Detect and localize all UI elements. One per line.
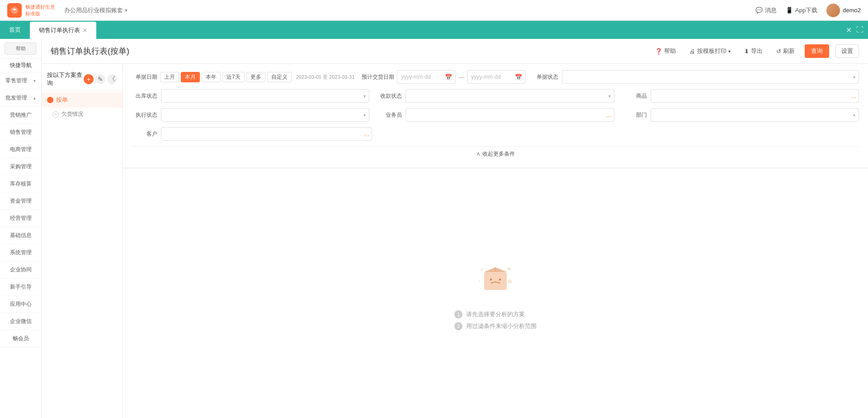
left-panel-header: 按以下方案查询 + ✎ 《 [42, 68, 123, 90]
customer-input[interactable] [161, 127, 372, 141]
plan-item-order[interactable]: 按单 [42, 92, 123, 108]
sidebar-item-operations[interactable]: 经营管理 [0, 210, 41, 227]
receipt-status-select[interactable] [406, 89, 614, 103]
settings-button[interactable]: 设置 [835, 44, 859, 58]
page-header: 销售订单执行表(按单) ❓ 帮助 🖨 按模板打印 ▾ ⬇ 导出 ↺ 刷新 [42, 39, 868, 64]
receipt-status-control: ▾ [406, 89, 614, 103]
right-panel: 单据日期 上月 本月 本年 近7天 更多 自定义 2023-03-01 至 20… [123, 64, 868, 418]
expected-date-start-input[interactable] [397, 70, 456, 84]
sidebar-item-ecommerce[interactable]: 电商管理 [0, 141, 41, 158]
plan-subitem-shortage[interactable]: ○ 欠货情况 [42, 108, 123, 121]
breadcrumb-arrow: ▾ [125, 7, 127, 14]
print-button[interactable]: 🖨 按模板打印 ▾ [686, 45, 734, 57]
export-button[interactable]: ⬇ 导出 [741, 45, 766, 57]
logo-icon [7, 3, 22, 18]
message-icon: 💬 [755, 7, 763, 14]
salesperson-ellipsis-icon[interactable]: ... [606, 111, 612, 119]
sidebar-item-wechat[interactable]: 企业微信 [0, 313, 41, 330]
filter-row-4: 客户 ... [132, 127, 859, 141]
sidebar-quick-nav[interactable]: 快捷导航 [0, 59, 41, 72]
app-download-action[interactable]: 📱 App下载 [786, 6, 817, 14]
left-panel: 按以下方案查询 + ✎ 《 按单 [42, 64, 123, 418]
sidebar-item-marketing[interactable]: 营销推广 [0, 107, 41, 124]
sidebar-item-enterprise[interactable]: 企业协同 [0, 261, 41, 279]
empty-tip-2: 2 用过滤条件来缩小分析范围 [454, 322, 537, 330]
tab-home[interactable]: 首页 [0, 21, 30, 39]
refresh-button[interactable]: ↺ 刷新 [773, 45, 798, 57]
date-btn-7days[interactable]: 近7天 [222, 72, 245, 82]
delivery-status-control: ▾ [161, 89, 369, 103]
add-plan-button[interactable]: + [84, 74, 94, 84]
sidebar-search-area: 帮助 [0, 39, 41, 59]
sidebar-item-system[interactable]: 系统管理 [0, 244, 41, 261]
tab-close-icon[interactable]: ✕ [83, 27, 87, 33]
sidebar-item-member[interactable]: 畅会员 [0, 330, 41, 347]
filter-doc-status: 单据状态 ▾ [533, 70, 859, 84]
nav-tabs: 首页 销售订单执行表 ✕ ✕ ⛶ [0, 21, 868, 39]
svg-point-3 [490, 279, 492, 280]
date-btn-custom[interactable]: 自定义 [267, 72, 292, 82]
salesperson-input[interactable] [406, 108, 614, 122]
sidebar-item-newbie[interactable]: 新手引导 [0, 279, 41, 296]
user-area[interactable]: demo2 [826, 4, 861, 17]
window-close-icon[interactable]: ✕ [846, 26, 852, 34]
search-menu-button[interactable]: 帮助 [5, 43, 37, 55]
chevron-icon-2: ▴ [33, 95, 36, 100]
empty-illustration [473, 256, 518, 301]
sidebar-item-appcenter[interactable]: 应用中心 [0, 296, 41, 313]
expected-date-end-input[interactable] [467, 70, 526, 84]
customer-ellipsis-icon[interactable]: ... [364, 130, 369, 138]
product-ellipsis-icon[interactable]: ... [851, 92, 856, 100]
message-action[interactable]: 💬 消息 [755, 6, 777, 14]
expected-date-start-wrapper: 📅 [397, 70, 456, 84]
filter-product: 商品 ... [622, 89, 859, 103]
svg-point-6 [508, 267, 510, 270]
filter-department: 部门 ▾ [622, 108, 859, 122]
svg-point-4 [499, 279, 501, 280]
empty-tips: 1 请先选择要分析的方案 2 用过滤条件来缩小分析范围 [454, 310, 537, 330]
collapse-panel-button[interactable]: 《 [107, 74, 117, 84]
date-btn-this-year[interactable]: 本年 [202, 72, 221, 82]
customer-control: ... [161, 127, 372, 141]
top-header: 畅捷通好生意 标准版 办公用品行业模拟账套 ▾ 💬 消息 📱 App下载 dem… [0, 0, 868, 21]
date-btn-this-month[interactable]: 本月 [181, 72, 200, 82]
sidebar-item-finance[interactable]: 资金管理 [0, 193, 41, 210]
download-icon: 📱 [786, 7, 793, 14]
date-quick-btns: 上月 本月 本年 近7天 更多 自定义 [160, 72, 292, 82]
sidebar-item-wholesale[interactable]: 批发管理 ▴ [0, 90, 41, 107]
sidebar-item-retail[interactable]: 零售管理 ▾ [0, 72, 41, 90]
collapse-more-button[interactable]: ∧ 收起更多条件 [132, 146, 859, 162]
logo-area: 畅捷通好生意 标准版 [7, 3, 55, 18]
header-right: 💬 消息 📱 App下载 demo2 [755, 4, 861, 17]
svg-point-7 [479, 280, 481, 282]
date-btn-last-month[interactable]: 上月 [160, 72, 179, 82]
edit-plan-button[interactable]: ✎ [95, 74, 105, 84]
content-body: 按以下方案查询 + ✎ 《 按单 [42, 64, 868, 418]
empty-tip-1: 1 请先选择要分析的方案 [454, 310, 537, 318]
sidebar-item-sales[interactable]: 销售管理 [0, 124, 41, 141]
date-btn-more[interactable]: 更多 [246, 72, 265, 82]
content-area: 销售订单执行表(按单) ❓ 帮助 🖨 按模板打印 ▾ ⬇ 导出 ↺ 刷新 [42, 39, 868, 418]
tab-sales-order[interactable]: 销售订单执行表 ✕ [30, 22, 96, 39]
sidebar-item-basic[interactable]: 基础信息 [0, 227, 41, 244]
filter-row-3: 执行状态 ▾ 业务员 .. [132, 108, 859, 122]
product-control: ... [651, 89, 859, 103]
doc-status-select[interactable] [562, 70, 859, 84]
main-layout: 帮助 快捷导航 零售管理 ▾ 批发管理 ▴ 营销推广 销售管理 电商管理 采购管… [0, 39, 868, 418]
product-input[interactable] [651, 89, 859, 103]
sidebar-item-purchase[interactable]: 采购管理 [0, 158, 41, 176]
sidebar-item-inventory[interactable]: 库存核算 [0, 176, 41, 193]
page-title: 销售订单执行表(按单) [51, 46, 129, 57]
help-button[interactable]: ❓ 帮助 [651, 45, 679, 57]
exec-status-select[interactable] [161, 108, 369, 122]
department-control: ▾ [651, 108, 859, 122]
svg-rect-1 [484, 272, 507, 290]
breadcrumb[interactable]: 办公用品行业模拟账套 ▾ [64, 6, 127, 14]
filter-expected-date: 预计交货日期 📅 — 📅 [362, 70, 526, 84]
window-maximize-icon[interactable]: ⛶ [856, 26, 863, 34]
plan-dot-icon [47, 97, 53, 103]
department-select[interactable] [651, 108, 859, 122]
search-button[interactable]: 查询 [805, 44, 829, 58]
delivery-status-select[interactable] [161, 89, 369, 103]
help-icon: ❓ [655, 48, 662, 55]
